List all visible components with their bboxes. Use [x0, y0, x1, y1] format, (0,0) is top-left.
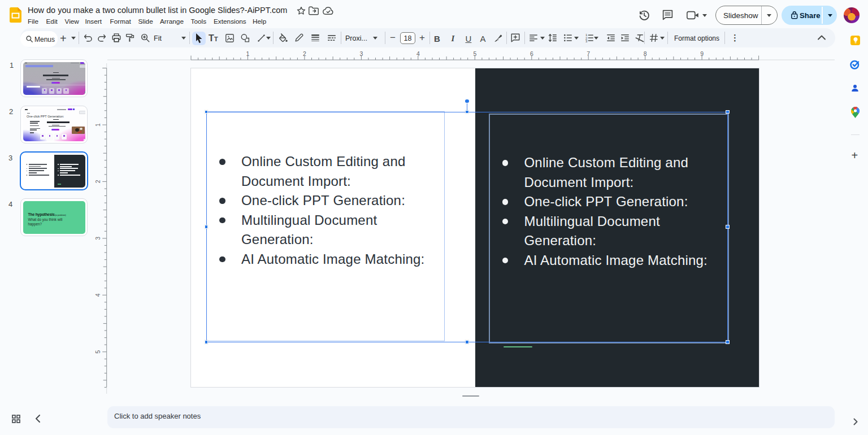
svg-text:4: 4	[416, 51, 420, 57]
svg-text:3: 3	[95, 237, 101, 240]
svg-text:6: 6	[530, 51, 533, 57]
svg-text:3: 3	[359, 51, 363, 57]
svg-text:9: 9	[700, 51, 704, 57]
svg-text:5: 5	[473, 51, 476, 57]
svg-text:1: 1	[246, 51, 250, 57]
svg-text:3: 3	[585, 40, 588, 43]
svg-text:2: 2	[303, 51, 306, 57]
svg-text:5: 5	[95, 350, 101, 354]
svg-text:1: 1	[95, 123, 101, 127]
svg-text:4: 4	[95, 293, 101, 297]
svg-text:7: 7	[587, 51, 590, 57]
svg-text:8: 8	[644, 51, 647, 57]
svg-text:2: 2	[95, 180, 101, 183]
